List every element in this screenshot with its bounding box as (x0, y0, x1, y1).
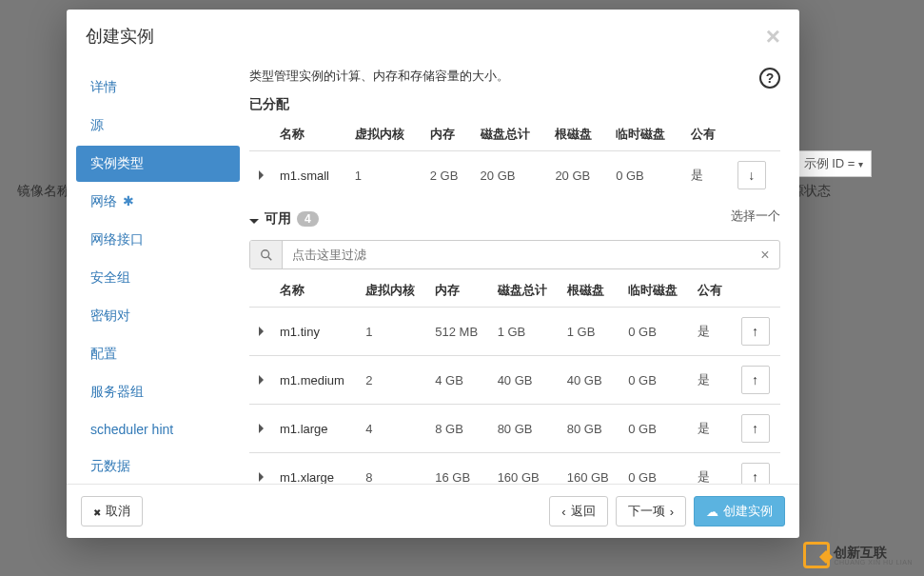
help-icon[interactable]: ? (759, 68, 780, 89)
wizard-sidebar: 详情 源 实例类型 网络 ✱ 网络接口 安全组 密钥对 配置 服务器组 sche… (76, 60, 240, 484)
table-row: m1.small 1 2 GB 20 GB 20 GB 0 GB 是 ↓ (249, 151, 780, 200)
col-pub: 公有 (683, 118, 730, 151)
sidebar-item-metadata[interactable]: 元数据 (76, 448, 240, 484)
sidebar-item-details[interactable]: 详情 (76, 70, 240, 106)
available-section-header[interactable]: 可用 4 (249, 210, 319, 228)
bg-label-image-name: 镜像名称 (17, 183, 70, 200)
create-instance-button[interactable]: 创建实例 (694, 496, 785, 526)
expand-row-icon[interactable] (249, 151, 272, 200)
svg-point-0 (261, 249, 268, 257)
logo-icon (803, 542, 830, 568)
next-button[interactable]: 下一项 (616, 496, 686, 526)
cancel-button[interactable]: 取消 (81, 496, 143, 526)
table-row: m1.large 4 8 GB 80 GB 80 GB 0 GB 是 ↑ (249, 405, 780, 453)
col-name: 名称 (272, 118, 347, 151)
allocated-section-header[interactable]: 已分配 (249, 96, 780, 113)
required-asterisk-icon: ✱ (119, 193, 134, 209)
modal-body: 详情 源 实例类型 网络 ✱ 网络接口 安全组 密钥对 配置 服务器组 sche… (67, 60, 799, 484)
allocate-button[interactable]: ↑ (741, 366, 770, 394)
col-vcpu: 虚拟内核 (347, 118, 423, 151)
modal-header: 创建实例 × (67, 10, 799, 60)
sidebar-item-server-groups[interactable]: 服务器组 (76, 374, 240, 410)
expand-row-icon[interactable] (249, 405, 272, 453)
col-eph: 临时磁盘 (608, 118, 683, 151)
expand-row-icon[interactable] (249, 356, 272, 405)
modal-footer: 取消 返回 下一项 创建实例 (67, 484, 799, 538)
table-row: m1.tiny 1 512 MB 1 GB 1 GB 0 GB 是 ↑ (249, 308, 780, 356)
deallocate-button[interactable]: ↓ (737, 161, 766, 189)
table-row: m1.medium 2 4 GB 40 GB 40 GB 0 GB 是 ↑ (249, 356, 780, 405)
chevron-left-icon (561, 505, 565, 519)
allocate-button[interactable]: ↑ (741, 317, 770, 346)
cloud-upload-icon (706, 505, 718, 519)
close-icon[interactable]: × (766, 24, 780, 49)
sidebar-item-config[interactable]: 配置 (76, 336, 240, 372)
sidebar-item-security-groups[interactable]: 安全组 (76, 260, 240, 296)
search-icon (250, 241, 283, 268)
table-row: m1.xlarge 8 16 GB 160 GB 160 GB 0 GB 是 ↑ (249, 453, 780, 485)
bg-filter-button[interactable]: 示例 ID = ▾ (796, 150, 872, 177)
filter-bar: × (249, 240, 780, 269)
available-table: 名称 虚拟内核 内存 磁盘总计 根磁盘 临时磁盘 公有 m1.tiny 1 51… (249, 274, 780, 484)
allocate-button[interactable]: ↑ (741, 463, 770, 484)
svg-line-1 (267, 256, 271, 260)
wizard-content: 类型管理实例的计算、内存和存储容量的大小。 ? 已分配 名称 虚拟内核 内存 磁… (240, 60, 790, 484)
step-description: 类型管理实例的计算、内存和存储容量的大小。 (249, 68, 509, 85)
sidebar-item-scheduler-hint[interactable]: scheduler hint (76, 412, 240, 447)
chevron-right-icon (670, 505, 674, 519)
sidebar-item-flavor[interactable]: 实例类型 (76, 146, 240, 182)
allocate-button[interactable]: ↑ (741, 414, 770, 443)
expand-row-icon[interactable] (249, 453, 272, 485)
allocated-table: 名称 虚拟内核 内存 磁盘总计 根磁盘 临时磁盘 公有 m1.small 1 (249, 118, 780, 199)
select-one-hint: 选择一个 (731, 208, 780, 225)
modal-title: 创建实例 (86, 25, 154, 48)
sidebar-item-source[interactable]: 源 (76, 108, 240, 144)
sidebar-item-keypair[interactable]: 密钥对 (76, 298, 240, 334)
col-disk-total: 磁盘总计 (473, 118, 548, 151)
back-button[interactable]: 返回 (549, 496, 607, 526)
col-mem: 内存 (423, 118, 473, 151)
available-count-badge: 4 (297, 211, 319, 227)
filter-input[interactable] (283, 241, 751, 268)
chevron-down-icon (249, 211, 259, 227)
x-icon (93, 505, 101, 519)
brand-logo: 创新互联 CHUANG XIN HU LIAN (803, 542, 913, 568)
sidebar-item-ports[interactable]: 网络接口 (76, 222, 240, 258)
create-instance-modal: 创建实例 × 详情 源 实例类型 网络 ✱ 网络接口 安全组 密钥对 配置 服务… (67, 10, 799, 538)
col-root: 根磁盘 (547, 118, 608, 151)
clear-filter-icon[interactable]: × (751, 241, 779, 268)
sidebar-item-network[interactable]: 网络 ✱ (76, 184, 240, 220)
expand-row-icon[interactable] (249, 308, 272, 356)
